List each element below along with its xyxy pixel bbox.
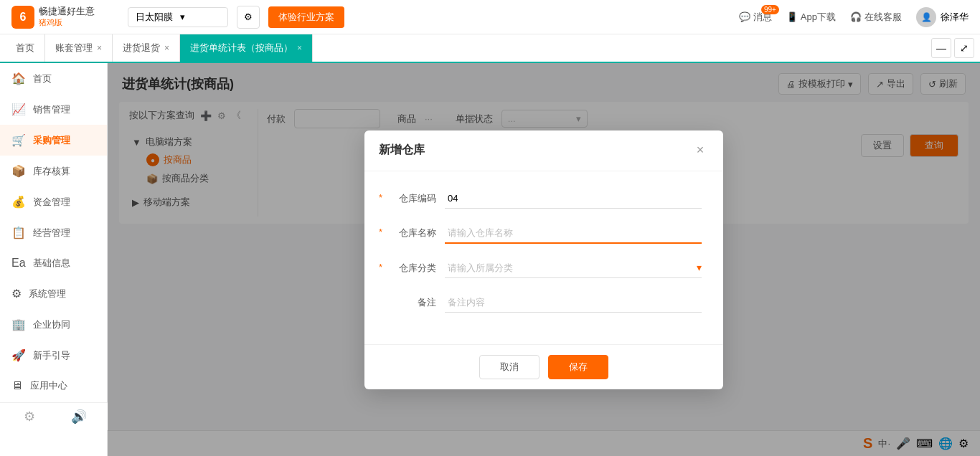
tab-controls: — ⤢ [931,38,974,58]
sidebar-item-sales[interactable]: 📈 销售管理 [0,94,107,125]
finance-icon: 💰 [11,195,26,209]
tab-account-label: 账套管理 [55,42,93,54]
message-badge: 99+ [761,5,779,14]
modal-title: 新增仓库 [379,143,425,158]
tab-purchase-return-label: 进货退货 [123,42,160,54]
user-area[interactable]: 👤 徐泽华 [916,7,969,27]
sidebar-item-appstore[interactable]: 🖥 应用中心 [0,371,107,401]
sidebar-item-basic[interactable]: Ea 基础信息 [0,248,107,278]
top-header: 6 畅捷通好生意 猪鸡版 日太阳膜 ▾ ⚙ 体验行业方案 💬 消息 99+ 📱 … [0,0,980,34]
logo-icon: 6 [11,6,34,29]
header-right: 💬 消息 99+ 📱 App下载 🎧 在线客服 👤 徐泽华 [739,7,969,27]
phone-icon: 📱 [786,11,798,22]
online-service-label: 在线客服 [864,11,902,24]
code-label: 仓库编码 [386,192,436,205]
sidebar-item-finance-label: 资金管理 [33,196,70,209]
gear-icon: ⚙ [244,11,253,22]
save-button[interactable]: 保存 [548,355,608,379]
appstore-icon: 🖥 [11,379,23,392]
sidebar-item-operation-label: 经营管理 [33,227,70,239]
modal-header: 新增仓库 × [364,130,723,171]
home-icon: 🏠 [11,72,26,85]
settings-button[interactable]: ⚙ [237,6,260,29]
sidebar-item-home[interactable]: 🏠 首页 [0,63,107,94]
sidebar-item-inventory-label: 库存核算 [33,165,70,178]
sidebar-item-purchase[interactable]: 🛒 采购管理 [0,125,107,156]
sidebar-item-system-label: 系统管理 [29,288,66,300]
tab-expand-button[interactable]: ⤢ [954,38,974,58]
tab-bar: 首页 账套管理 × 进货退货 × 进货单统计表（按商品） × — ⤢ [0,34,980,63]
tab-purchase-return-close[interactable]: × [164,43,169,53]
form-row-code: 仓库编码 [386,189,702,209]
warehouse-name-input[interactable] [445,223,702,244]
enterprise-icon: 🏢 [11,318,26,331]
basic-icon: Ea [11,257,26,270]
tab-home[interactable]: 首页 [6,34,45,62]
category-select[interactable]: ▾ [445,258,702,278]
sidebar-item-enterprise[interactable]: 🏢 企业协同 [0,309,107,340]
sidebar-item-operation[interactable]: 📋 经营管理 [0,217,107,248]
name-label: 仓库名称 [386,227,436,239]
warehouse-code-input[interactable] [445,189,702,209]
sidebar-item-newbie[interactable]: 🚀 新手引导 [0,340,107,371]
sidebar-item-enterprise-label: 企业协同 [33,318,70,331]
sidebar-item-finance[interactable]: 💰 资金管理 [0,186,107,217]
operation-icon: 📋 [11,226,26,239]
trial-button[interactable]: 体验行业方案 [268,6,344,28]
tab-home-label: 首页 [16,42,34,54]
online-service-button[interactable]: 🎧 在线客服 [850,11,902,24]
sidebar-item-home-label: 首页 [33,72,52,85]
tab-minimize-button[interactable]: — [931,38,951,58]
remark-input[interactable] [445,293,702,313]
username: 徐泽华 [941,11,969,24]
message-icon: 💬 [739,11,750,22]
sidebar-item-newbie-label: 新手引导 [33,349,70,362]
headset-icon: 🎧 [850,11,862,22]
sales-icon: 📈 [11,103,26,116]
inventory-icon: 📦 [11,164,26,178]
form-row-category: 仓库分类 ▾ [386,258,702,278]
logo-sub: 猪鸡版 [39,17,95,28]
sidebar-item-purchase-label: 采购管理 [33,134,70,147]
store-selector[interactable]: 日太阳膜 ▾ [128,7,228,27]
sidebar-settings-button[interactable]: ⚙ [7,409,51,424]
modal-overlay: 新增仓库 × 仓库编码 仓库名称 仓库分类 [108,63,980,456]
sidebar-item-sales-label: 销售管理 [33,103,70,116]
cancel-button[interactable]: 取消 [479,355,540,379]
tab-purchase-stats-close[interactable]: × [297,43,302,53]
form-row-name: 仓库名称 [386,223,702,244]
purchase-icon: 🛒 [11,133,26,147]
content-area: 进货单统计(按商品) 🖨 按模板打印 ▾ ↗ 导出 ↺ 刷新 [108,63,980,456]
category-arrow-icon: ▾ [697,262,702,273]
system-icon: ⚙ [11,287,22,300]
chevron-down-icon: ▾ [180,11,220,22]
newbie-icon: 🚀 [11,348,26,362]
sidebar-item-system[interactable]: ⚙ 系统管理 [0,278,107,309]
sidebar-item-inventory[interactable]: 📦 库存核算 [0,156,107,186]
sidebar-item-basic-label: 基础信息 [33,257,70,270]
sidebar-footer: ⚙ 🔊 [0,402,108,430]
add-warehouse-modal: 新增仓库 × 仓库编码 仓库名称 仓库分类 [364,130,723,389]
tab-purchase-return[interactable]: 进货退货 × [113,34,180,62]
modal-footer: 取消 保存 [364,344,723,389]
remark-label: 备注 [386,296,436,309]
sidebar: 🏠 首页 📈 销售管理 🛒 采购管理 📦 库存核算 💰 资金管理 📋 经营管理 … [0,63,108,456]
tab-account-close[interactable]: × [97,43,102,53]
logo-area: 6 畅捷通好生意 猪鸡版 [11,6,119,29]
store-name: 日太阳膜 [136,11,176,24]
sidebar-audio-button[interactable]: 🔊 [57,409,100,424]
tab-purchase-stats-label: 进货单统计表（按商品） [190,42,293,54]
app-download-label: App下载 [801,11,836,24]
modal-body: 仓库编码 仓库名称 仓库分类 ▾ [364,171,723,344]
form-row-remark: 备注 [386,293,702,313]
category-label: 仓库分类 [386,262,436,275]
app-download-button[interactable]: 📱 App下载 [786,11,836,24]
tab-purchase-stats[interactable]: 进货单统计表（按商品） × [180,34,313,62]
avatar: 👤 [916,7,936,27]
main-layout: 🏠 首页 📈 销售管理 🛒 采购管理 📦 库存核算 💰 资金管理 📋 经营管理 … [0,63,980,456]
category-input[interactable] [445,258,697,277]
message-button[interactable]: 💬 消息 99+ [739,11,772,24]
modal-close-button[interactable]: × [692,142,709,159]
logo-text: 畅捷通好生意 [39,6,95,18]
tab-account[interactable]: 账套管理 × [45,34,113,62]
